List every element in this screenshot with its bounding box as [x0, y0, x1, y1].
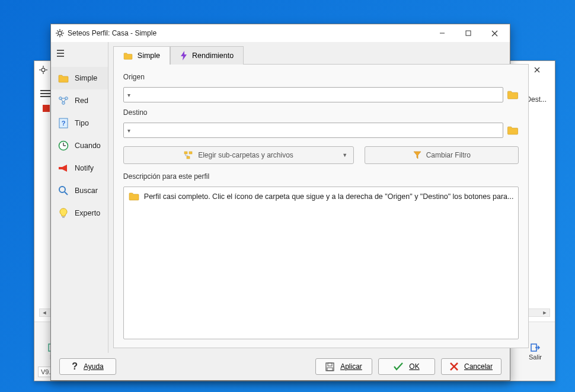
tree-icon: [184, 151, 193, 159]
svg-line-28: [64, 99, 66, 102]
sidebar-item-tipo[interactable]: ? Tipo: [51, 112, 108, 134]
origen-label: Origen: [123, 73, 519, 81]
description-text: Perfil casi completo. Clic el ícono de c…: [144, 192, 514, 201]
sidebar-item-label: Cuando: [75, 142, 101, 150]
funnel-icon: [413, 151, 421, 159]
description-label: Descripción para este perfil: [123, 172, 519, 181]
destino-label: Destino: [123, 108, 519, 117]
svg-line-18: [57, 35, 58, 36]
help-icon: ?: [72, 361, 78, 372]
scroll-left-icon[interactable]: ◄: [40, 309, 49, 316]
svg-point-0: [41, 68, 45, 72]
type-help-icon: ?: [58, 118, 69, 128]
svg-rect-46: [327, 368, 333, 371]
destino-browse-button[interactable]: [507, 126, 519, 135]
svg-rect-39: [189, 152, 192, 154]
tab-rendimiento[interactable]: Rendimiento: [170, 46, 244, 65]
sidebar-item-label: Simple: [75, 74, 97, 82]
chevron-down-icon: ▾: [127, 127, 130, 134]
folder-icon: [58, 73, 69, 83]
tab-content: Origen ▾ Destino ▾: [113, 64, 529, 348]
minimize-button[interactable]: [429, 25, 455, 41]
clock-icon: [58, 140, 69, 151]
cancel-icon: [450, 362, 458, 371]
sidebar-item-label: Notify: [75, 164, 94, 172]
folder-icon: [129, 192, 139, 201]
description-area[interactable]: Perfil casi completo. Clic el ícono de c…: [123, 187, 519, 339]
svg-line-27: [61, 99, 63, 102]
origen-browse-button[interactable]: [507, 90, 519, 99]
lightbulb-icon: [58, 208, 69, 219]
svg-line-16: [57, 30, 58, 31]
sidebar-item-buscar[interactable]: Buscar: [51, 179, 108, 202]
back-menu-icon[interactable]: [40, 88, 51, 99]
apply-label: Aplicar: [340, 362, 362, 371]
dialog-footer: ? Ayuda Aplicar OK Cancelar: [51, 353, 510, 380]
dialog-titlebar: Seteos Perfil: Casa - Simple: [51, 24, 510, 42]
svg-point-11: [58, 31, 62, 35]
stop-icon: [43, 105, 50, 112]
dialog-title: Seteos Perfil: Casa - Simple: [68, 29, 156, 37]
change-filter-label: Cambiar Filtro: [426, 151, 471, 159]
choose-subfolders-button[interactable]: Elegir sub-carpetas y archivos ▼: [123, 146, 354, 164]
main-panel: Simple Rendimiento Origen ▾: [108, 42, 534, 353]
sidebar-item-label: Tipo: [75, 119, 89, 127]
svg-point-26: [62, 102, 65, 105]
close-button[interactable]: [481, 25, 507, 41]
profile-settings-dialog: Seteos Perfil: Casa - Simple Simple: [50, 24, 510, 381]
svg-rect-37: [62, 216, 65, 218]
menu-icon[interactable]: [51, 42, 70, 67]
apply-button[interactable]: Aplicar: [315, 358, 372, 375]
chevron-down-icon: ▾: [127, 92, 130, 98]
svg-rect-45: [328, 363, 332, 366]
sidebar-item-simple[interactable]: Simple: [51, 67, 108, 89]
tab-simple[interactable]: Simple: [113, 46, 170, 65]
sidebar-item-label: Experto: [75, 209, 100, 217]
svg-point-35: [59, 187, 65, 192]
ok-label: OK: [409, 362, 419, 371]
svg-rect-21: [466, 31, 471, 36]
tab-label: Simple: [138, 52, 160, 60]
lightning-icon: [180, 51, 187, 60]
svg-rect-40: [187, 156, 190, 159]
settings-sidebar: Simple Red ? Tipo Cuando: [51, 42, 108, 353]
scroll-right-icon[interactable]: ►: [540, 309, 550, 316]
dialog-app-icon: [56, 29, 64, 37]
sidebar-item-experto[interactable]: Experto: [51, 202, 108, 224]
ok-button[interactable]: OK: [378, 358, 435, 375]
sidebar-item-cuando[interactable]: Cuando: [51, 134, 108, 157]
svg-line-17: [62, 35, 63, 36]
cancel-button[interactable]: Cancelar: [441, 358, 501, 375]
help-label: Ayuda: [84, 362, 104, 371]
svg-rect-38: [184, 152, 187, 154]
maximize-button[interactable]: [455, 25, 481, 41]
sidebar-item-notify[interactable]: Notify: [51, 157, 108, 179]
network-icon: [58, 95, 69, 106]
sidebar-item-label: Red: [75, 97, 88, 105]
exit-label: Salir: [529, 354, 542, 361]
svg-line-36: [65, 192, 68, 195]
help-button[interactable]: ? Ayuda: [59, 358, 116, 375]
check-icon: [394, 362, 403, 371]
tab-strip: Simple Rendimiento: [113, 46, 529, 64]
sidebar-item-label: Buscar: [75, 187, 98, 195]
svg-text:?: ?: [62, 120, 66, 127]
search-icon: [58, 185, 69, 196]
folder-icon: [123, 52, 133, 60]
choose-subfolders-label: Elegir sub-carpetas y archivos: [198, 151, 293, 159]
destino-dropdown[interactable]: ▾: [123, 123, 504, 138]
change-filter-button[interactable]: Cambiar Filtro: [365, 146, 519, 164]
save-icon: [325, 362, 334, 371]
chevron-down-icon: ▼: [342, 152, 347, 158]
tab-label: Rendimiento: [192, 52, 234, 60]
megaphone-icon: [58, 163, 69, 173]
svg-line-19: [62, 30, 63, 31]
cancel-label: Cancelar: [464, 362, 493, 371]
back-app-icon: [39, 66, 47, 74]
origen-dropdown[interactable]: ▾: [123, 87, 504, 102]
sidebar-item-red[interactable]: Red: [51, 89, 108, 112]
